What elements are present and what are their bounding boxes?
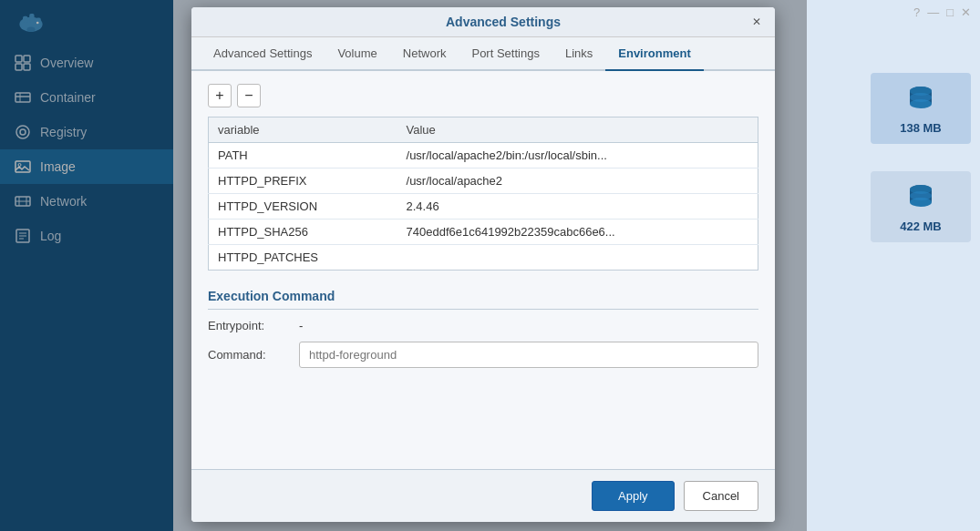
command-row: Command:: [208, 342, 758, 368]
tab-port-settings[interactable]: Port Settings: [459, 37, 552, 71]
execution-section: Execution Command Entrypoint: - Command:: [208, 289, 758, 377]
env-variable-cell: HTTPD_PATCHES: [209, 245, 397, 271]
db-icon-1: [904, 82, 937, 117]
tab-network[interactable]: Network: [390, 37, 459, 71]
modal-footer: Apply Cancel: [191, 469, 775, 522]
apply-button[interactable]: Apply: [592, 481, 675, 511]
col-value: Value: [397, 117, 758, 143]
db-icon-2: [904, 180, 937, 216]
table-row[interactable]: PATH/usr/local/apache2/bin:/usr/local/sb…: [209, 143, 758, 168]
memory-block-2: 422 MB: [871, 171, 971, 242]
table-row[interactable]: HTTPD_PREFIX/usr/local/apache2: [209, 168, 758, 194]
minimize-btn[interactable]: —: [927, 5, 939, 19]
command-label: Command:: [208, 348, 290, 362]
env-variable-cell: HTTPD_PREFIX: [209, 168, 397, 194]
close-win-btn[interactable]: ✕: [961, 5, 971, 19]
right-panel: ? — □ ✕ 138 MB: [861, 0, 980, 531]
entrypoint-label: Entrypoint:: [208, 319, 290, 332]
modal-controls: ✕: [749, 15, 764, 29]
entrypoint-value: -: [299, 319, 303, 332]
memory-label-2: 422 MB: [900, 220, 942, 233]
table-row[interactable]: HTTPD_VERSION2.4.46: [209, 194, 758, 220]
env-value-cell: /usr/local/apache2/bin:/usr/local/sbin..…: [397, 143, 758, 168]
remove-env-btn[interactable]: −: [237, 84, 261, 107]
restore-btn[interactable]: □: [946, 5, 954, 19]
tab-links[interactable]: Links: [552, 37, 605, 71]
table-row[interactable]: HTTPD_SHA256740eddf6e1c641992b22359cabc6…: [209, 220, 758, 245]
execution-title: Execution Command: [208, 289, 758, 310]
modal-close-btn[interactable]: ✕: [749, 15, 764, 29]
window-chrome: ? — □ ✕: [913, 5, 971, 19]
modal-titlebar: Advanced Settings ✕: [191, 7, 775, 37]
tab-environment[interactable]: Environment: [605, 37, 703, 71]
env-variable-cell: HTTPD_VERSION: [209, 194, 397, 220]
command-input[interactable]: [299, 342, 758, 368]
memory-label-1: 138 MB: [900, 121, 942, 135]
table-row[interactable]: HTTPD_PATCHES: [209, 245, 758, 271]
tab-volume[interactable]: Volume: [325, 37, 389, 71]
env-variable-cell: HTTPD_SHA256: [209, 220, 397, 245]
svg-point-29: [910, 93, 932, 102]
entrypoint-row: Entrypoint: -: [208, 319, 758, 332]
env-value-cell: 740eddf6e1c641992b22359cabc66e6...: [397, 220, 758, 245]
env-value-cell: /usr/local/apache2: [397, 168, 758, 194]
tab-advanced-settings[interactable]: Advanced Settings: [201, 37, 325, 71]
env-value-cell: [397, 245, 758, 271]
modal-dialog: Advanced Settings ✕ Advanced Settings Vo…: [191, 7, 775, 522]
env-variable-cell: PATH: [209, 143, 397, 168]
modal-body: + − variable Value PATH/usr/local/apache…: [191, 71, 775, 469]
modal-title: Advanced Settings: [257, 15, 749, 29]
memory-block-1: 138 MB: [871, 73, 971, 144]
col-variable: variable: [209, 117, 397, 143]
modal-tabs: Advanced Settings Volume Network Port Se…: [191, 37, 775, 71]
add-env-btn[interactable]: +: [208, 84, 232, 107]
svg-point-34: [910, 191, 932, 200]
query-btn[interactable]: ?: [913, 5, 920, 19]
env-toolbar: + −: [208, 84, 758, 107]
env-value-cell: 2.4.46: [397, 194, 758, 220]
cancel-button[interactable]: Cancel: [684, 481, 758, 511]
env-table: variable Value PATH/usr/local/apache2/bi…: [208, 117, 758, 271]
